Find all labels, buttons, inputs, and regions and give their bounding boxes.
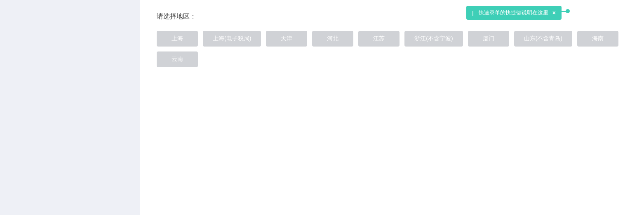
sidebar [0,0,140,215]
region-button-hainan[interactable]: 海南 [577,31,618,47]
tooltip-banner: 快速录单的快捷键说明在这里 × [466,6,562,20]
region-buttons-container: 上海上海(电子税局)天津河北江苏浙江(不含宁波)厦门山东(不含青岛)海南云南 [157,31,628,67]
region-button-jiangsu[interactable]: 江苏 [358,31,400,47]
region-button-shandong[interactable]: 山东(不含青岛) [514,31,572,47]
tooltip-dot [566,9,570,13]
tooltip-text: 快速录单的快捷键说明在这里 [479,9,548,16]
region-button-xiamen[interactable]: 厦门 [468,31,509,47]
region-button-yunnan[interactable]: 云南 [157,51,198,67]
region-button-zhejiang[interactable]: 浙江(不含宁波) [404,31,463,47]
main-content: 请选择地区： 上海上海(电子税局)天津河北江苏浙江(不含宁波)厦门山东(不含青岛… [140,0,644,215]
region-button-hebei[interactable]: 河北 [312,31,353,47]
tooltip-close-button[interactable]: × [552,10,556,16]
region-button-shanghai-etax[interactable]: 上海(电子税局) [203,31,261,47]
region-button-tianjin[interactable]: 天津 [266,31,307,47]
region-button-shanghai[interactable]: 上海 [157,31,198,47]
